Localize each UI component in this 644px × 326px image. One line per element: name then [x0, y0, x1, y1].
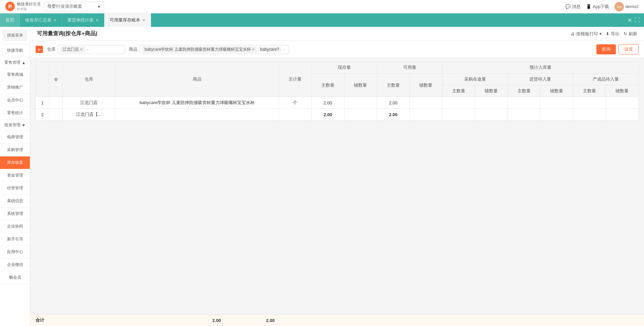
product-filter: 商品 babycare学饮杯 儿童防摔防撞吸管杯重力球吸嘴杯宝宝水杯 ✕ bab…: [129, 45, 289, 54]
sidebar-item-retail-mall[interactable]: 零售商城: [0, 68, 30, 81]
row-unit-1: 个: [279, 97, 311, 109]
tab-receipt-summary[interactable]: 收发存汇总表 ✕: [20, 13, 62, 27]
industry-selector[interactable]: 母婴行业演示账套 ▾: [44, 2, 104, 11]
set-btn[interactable]: 设置: [619, 44, 639, 54]
print-chevron-icon: ▾: [599, 31, 602, 36]
template-print-btn[interactable]: 🖨 按模板打印 ▾: [571, 31, 602, 37]
logo-sub: 标准版: [17, 7, 41, 11]
message-icon: 💬: [565, 4, 571, 9]
sidebar-item-enterprise-wechat[interactable]: 企业微信: [0, 259, 30, 271]
export-label: 导出: [611, 31, 620, 37]
sidebar-item-quick-nav[interactable]: 快捷导航: [0, 44, 30, 57]
tab-home[interactable]: 首页: [0, 13, 20, 27]
app-icon: 📱: [586, 4, 591, 9]
tab-receipt-summary-label: 收发存汇总表: [25, 17, 51, 23]
top-bar: 好 畅捷通好生意 标准版 母婴行业演示账套 ▾ 💬 消息 📱 App下载 Ea …: [0, 0, 644, 13]
sidebar-item-app-center[interactable]: 应用中心: [0, 246, 30, 259]
th-incoming-pending: 进货待入量: [508, 74, 573, 85]
app-download-btn[interactable]: 📱 App下载: [586, 4, 609, 10]
sidebar-item-finance-mgmt[interactable]: 资金管理: [0, 169, 30, 182]
row-fp-main-2: [573, 109, 605, 121]
refresh-label: 刷新: [629, 31, 637, 37]
product-tag-2-text: babycare?: [260, 47, 279, 52]
sidebar-item-basic-info[interactable]: 基础信息: [0, 195, 30, 207]
row-product-1: babycare学饮杯 儿童防摔防撞吸管杯重力球吸嘴杯宝宝水杯: [115, 97, 279, 109]
table-row: 2 江北门店【... 2.00 2.00: [36, 109, 639, 121]
th-purchase-transit: 采购在途量: [442, 74, 508, 85]
row-fp-aux-1: [606, 97, 639, 109]
sidebar-item-system-mgmt[interactable]: 系统管理: [0, 207, 30, 220]
tab-available-inventory[interactable]: 可用量库存账本 ✕: [104, 13, 151, 27]
arrow-icon-2: ▼: [22, 123, 26, 128]
sidebar-item-retail-mgmt[interactable]: 零售管理 ▲: [0, 57, 30, 68]
logo-text-block: 畅捷通好生意 标准版: [17, 2, 41, 11]
export-icon: ⬇: [606, 31, 609, 36]
nav-tab-actions: ✕ ⛶: [624, 13, 644, 27]
sidebar-item-purchase-mgmt[interactable]: 采购管理: [0, 144, 30, 156]
row-num-1: 1: [36, 97, 49, 109]
tab-available-inventory-label: 可用量库存账本: [110, 17, 140, 23]
filter-actions: 查询 设置: [596, 44, 639, 54]
tab-available-inventory-close[interactable]: ✕: [142, 18, 145, 22]
logo-area: 好 畅捷通好生意 标准版: [5, 2, 41, 11]
row-avail-aux-2: [410, 109, 442, 121]
warehouse-filter: 仓库 江北门店 ✕ ···: [47, 45, 125, 54]
query-btn[interactable]: 查询: [596, 44, 616, 54]
sidebar-item-new-guide[interactable]: 新手引导: [0, 233, 30, 246]
app-download-label: App下载: [593, 4, 609, 10]
product-input[interactable]: babycare学饮杯 儿童防摔防撞吸管杯重力球吸嘴杯宝宝水杯 ✕ babyca…: [140, 45, 289, 54]
th-main-unit: 主计量: [279, 62, 311, 97]
sidebar-item-enterprise-collab[interactable]: 企业协同: [0, 220, 30, 233]
th-current-stock: 现存量: [312, 62, 377, 74]
refresh-icon: ↻: [624, 31, 627, 36]
print-icon: 🖨: [571, 31, 575, 36]
tab-order-stats-label: 要货单统计表: [67, 17, 94, 23]
user-menu[interactable]: Ea demo2: [614, 2, 639, 11]
page-title: 可用量查询(按仓库+商品): [37, 30, 97, 37]
content-area: 可用量查询(按仓库+商品) 🖨 按模板打印 ▾ ⬇ 导出 ↻ 刷新 »: [30, 27, 644, 326]
tab-receipt-summary-close[interactable]: ✕: [53, 18, 56, 22]
page-actions: 🖨 按模板打印 ▾ ⬇ 导出 ↻ 刷新: [571, 31, 637, 37]
warehouse-tag-close[interactable]: ✕: [80, 47, 83, 52]
product-label: 商品: [129, 46, 138, 52]
footer-current-main: 2.00: [203, 318, 230, 323]
th-current-main: 主数量: [312, 74, 344, 97]
row-ip-main-2: [508, 109, 540, 121]
row-settings-2: [49, 109, 63, 121]
industry-label: 母婴行业演示账套: [47, 3, 82, 9]
sidebar-item-marketing[interactable]: 营销推广: [0, 81, 30, 94]
row-cur-main-1: 2.00: [312, 97, 344, 109]
sidebar-item-wholesale-mgmt[interactable]: 批发管理 ▼: [0, 120, 30, 131]
row-settings-1: [49, 97, 63, 109]
sidebar-item-member-center[interactable]: 会员中心: [0, 94, 30, 107]
row-warehouse-1: 江北门店: [63, 97, 115, 109]
th-settings: ⚙: [49, 62, 63, 97]
sidebar-search-area: 搜索菜单: [0, 27, 30, 44]
export-btn[interactable]: ⬇ 导出: [606, 31, 620, 37]
sidebar-item-inventory-check[interactable]: 库存核算: [0, 156, 30, 169]
filter-section: » 仓库 江北门店 ✕ ··· 商品 babycare学饮杯 儿童防摔防撞吸管杯…: [30, 41, 644, 58]
message-btn[interactable]: 💬 消息: [565, 4, 581, 10]
sidebar-item-ecommerce-mgmt[interactable]: 电商管理: [0, 131, 30, 144]
warehouse-input[interactable]: 江北门店 ✕ ···: [58, 45, 125, 54]
close-all-tabs-icon[interactable]: ✕: [628, 17, 632, 24]
sidebar-item-vip-member[interactable]: 畅会员: [0, 271, 30, 284]
th-warehouse: 仓库: [63, 62, 115, 97]
table-row: 1 江北门店 babycare学饮杯 儿童防摔防撞吸管杯重力球吸嘴杯宝宝水杯 个…: [36, 97, 639, 109]
warehouse-more[interactable]: ···: [86, 47, 90, 52]
sidebar-item-retail-stats[interactable]: 零售统计: [0, 107, 30, 120]
settings-icon[interactable]: ⚙: [54, 77, 58, 82]
tab-order-stats[interactable]: 要货单统计表 ✕: [62, 13, 104, 27]
product-more[interactable]: ···: [282, 47, 286, 52]
product-tag-1-close[interactable]: ✕: [252, 47, 255, 52]
message-label: 消息: [572, 4, 581, 10]
fullscreen-icon[interactable]: ⛶: [635, 17, 640, 23]
filter-expand-btn[interactable]: »: [36, 46, 43, 53]
row-cur-main-2: 2.00: [312, 109, 344, 121]
sidebar-item-operations-mgmt[interactable]: 经营管理: [0, 182, 30, 195]
search-menu-btn[interactable]: 搜索菜单: [3, 30, 27, 41]
tab-home-label: 首页: [5, 17, 14, 23]
refresh-btn[interactable]: ↻ 刷新: [624, 31, 637, 37]
tab-order-stats-close[interactable]: ✕: [96, 18, 99, 22]
th-ip-main: 主数量: [508, 85, 540, 97]
